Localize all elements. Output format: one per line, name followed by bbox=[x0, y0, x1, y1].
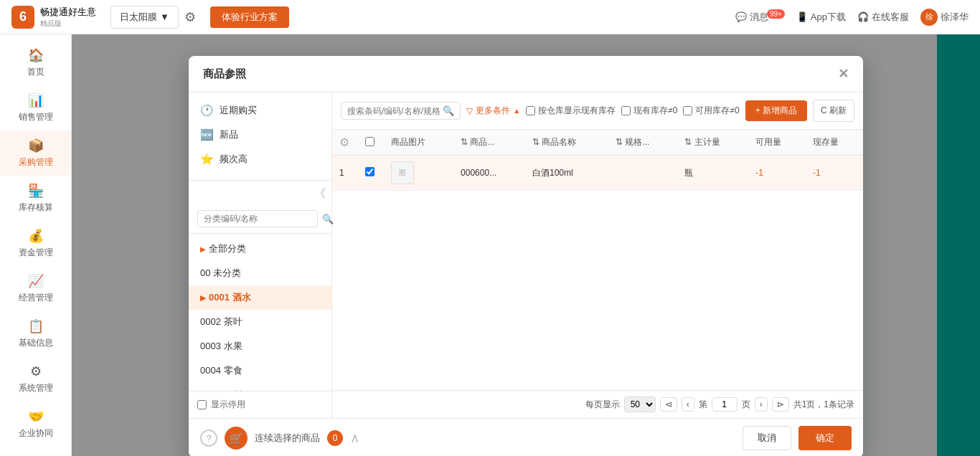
modal-left-panel: 🕐 近期购买 🆕 新品 ⭐ 频次高 bbox=[189, 92, 332, 418]
th-code[interactable]: ⇅ 商品... bbox=[453, 130, 525, 156]
sidebar-item-guide[interactable]: 📖 新手引导 bbox=[0, 447, 71, 456]
sidebar-item-basics[interactable]: 📋 基础信息 bbox=[0, 311, 71, 356]
inventory-icon: 🏪 bbox=[28, 183, 44, 199]
total-records-label: 共1页，1条记录 bbox=[793, 399, 854, 411]
category-all[interactable]: ▶ 全部分类 bbox=[189, 237, 331, 261]
sidebar-item-inventory[interactable]: 🏪 库存核算 bbox=[0, 176, 71, 221]
modal-close-button[interactable]: ✕ bbox=[838, 66, 849, 82]
sidebar-item-system[interactable]: ⚙ 系统管理 bbox=[0, 356, 71, 402]
footer-collapse-button[interactable]: ∧ bbox=[350, 430, 359, 446]
sort-icon-code: ⇅ bbox=[461, 137, 468, 147]
modal-title: 商品参照 bbox=[203, 67, 246, 81]
footer-right: 取消 确定 bbox=[743, 426, 852, 450]
sort-icon-unit: ⇅ bbox=[684, 137, 692, 147]
help-icon[interactable]: ? bbox=[200, 429, 217, 447]
category-liquor[interactable]: ▶ 0001 酒水 bbox=[189, 285, 331, 310]
pagination-row: 每页显示 50 ⊲ ‹ 第 页 › ⊳ 共1页，1条记录 bbox=[332, 390, 863, 418]
app-download-button[interactable]: 📱 App下载 bbox=[796, 11, 846, 24]
category-fruit[interactable]: 0003 水果 bbox=[189, 334, 331, 358]
confirm-button[interactable]: 确定 bbox=[798, 426, 852, 450]
product-thumbnail: 图 bbox=[391, 161, 414, 184]
table-body: 1 图 000600... 白酒100ml bbox=[332, 156, 863, 191]
warehouse-stock-checkbox-label[interactable]: 按仓库显示现有库存 bbox=[526, 105, 616, 117]
th-checkbox bbox=[358, 130, 384, 156]
modal-body: 🕐 近期购买 🆕 新品 ⭐ 频次高 bbox=[189, 92, 863, 418]
product-dropdown[interactable]: 日太阳膜 ▼ bbox=[110, 6, 179, 29]
sidebar-item-enterprise[interactable]: 🤝 企业协同 bbox=[0, 402, 71, 447]
select-all-checkbox[interactable] bbox=[365, 137, 374, 146]
sidebar-item-operations[interactable]: 📈 经营管理 bbox=[0, 266, 71, 311]
filter-button[interactable]: ▽ 更多条件 ▲ bbox=[466, 105, 520, 117]
product-search-input[interactable] bbox=[347, 106, 440, 116]
per-page-select[interactable]: 50 bbox=[624, 396, 656, 412]
th-spec[interactable]: ⇅ 规格... bbox=[608, 130, 677, 156]
category-snacks[interactable]: 0004 零食 bbox=[189, 358, 331, 383]
page-number-input[interactable] bbox=[712, 397, 738, 412]
prev-page-button[interactable]: ‹ bbox=[682, 397, 694, 412]
cell-spec bbox=[608, 156, 677, 191]
settings-icon[interactable]: ⚙ bbox=[179, 6, 202, 29]
th-image: 商品图片 bbox=[384, 130, 453, 156]
filter-icon: ▽ bbox=[466, 106, 473, 116]
user-profile-button[interactable]: 徐 徐泽华 bbox=[920, 9, 969, 26]
modal-header: 商品参照 ✕ bbox=[189, 56, 863, 92]
refresh-button[interactable]: C 刷新 bbox=[813, 100, 854, 122]
product-search-box: 🔍 bbox=[341, 102, 461, 120]
cell-index: 1 bbox=[332, 156, 358, 191]
available-stock-checkbox-label[interactable]: 可用库存≠0 bbox=[683, 105, 739, 117]
category-search-input[interactable] bbox=[197, 210, 318, 227]
sidebar-item-purchase[interactable]: 📦 采购管理 bbox=[0, 130, 71, 176]
category-uncategorized[interactable]: 00 未分类 bbox=[189, 261, 331, 285]
footer-left: ? 🛒 连续选择的商品 0 ∧ bbox=[200, 427, 359, 450]
show-disabled-label[interactable]: 显示停用 bbox=[197, 399, 323, 411]
phone-icon: 📱 bbox=[796, 11, 808, 22]
first-page-button[interactable]: ⊲ bbox=[660, 397, 677, 412]
current-stock-checkbox-label[interactable]: 现有库存≠0 bbox=[621, 105, 677, 117]
available-stock-checkbox[interactable] bbox=[683, 106, 692, 115]
category-list: ▶ 全部分类 00 未分类 ▶ 0001 酒水 0002 茶 bbox=[189, 234, 331, 391]
filter-collapse-icon: ▲ bbox=[513, 107, 520, 115]
messages-button[interactable]: 💬 消息 99+ bbox=[735, 11, 785, 24]
table-row[interactable]: 1 图 000600... 白酒100ml bbox=[332, 156, 863, 191]
cell-stock: -1 bbox=[806, 156, 863, 191]
cart-button[interactable]: 🛒 bbox=[225, 427, 248, 450]
warehouse-stock-checkbox[interactable] bbox=[526, 106, 535, 115]
frequent-item[interactable]: ⭐ 频次高 bbox=[189, 147, 331, 171]
column-settings-icon[interactable]: ⚙ bbox=[339, 136, 349, 148]
product-table: ⚙ 商品图片 bbox=[332, 130, 863, 191]
add-product-button[interactable]: + 新增商品 bbox=[745, 100, 807, 121]
cell-unit: 瓶 bbox=[677, 156, 748, 191]
current-stock-checkbox[interactable] bbox=[621, 106, 631, 115]
chevron-down-icon: ▼ bbox=[160, 11, 169, 22]
category-drinks[interactable]: 0005 饮料 bbox=[189, 383, 331, 391]
cart-icon: 🛒 bbox=[229, 432, 243, 445]
clock-icon: 🕐 bbox=[200, 104, 214, 117]
collapse-left-icon[interactable]: 《 bbox=[314, 186, 326, 201]
th-name[interactable]: ⇅ 商品名称 bbox=[525, 130, 608, 156]
system-icon: ⚙ bbox=[30, 364, 42, 379]
cell-available: -1 bbox=[748, 156, 806, 191]
show-disabled-checkbox[interactable] bbox=[197, 400, 207, 409]
basics-icon: 📋 bbox=[28, 318, 44, 334]
trial-button[interactable]: 体验行业方案 bbox=[210, 6, 289, 28]
next-page-button[interactable]: › bbox=[755, 397, 768, 412]
row-select-checkbox[interactable] bbox=[365, 167, 374, 176]
sort-icon-name: ⇅ bbox=[532, 137, 540, 147]
cancel-button[interactable]: 取消 bbox=[743, 426, 791, 450]
last-page-button[interactable]: ⊳ bbox=[772, 397, 789, 412]
cell-image: 图 bbox=[384, 156, 453, 191]
category-tea[interactable]: 0002 茶叶 bbox=[189, 310, 331, 334]
messages-badge: 99+ bbox=[767, 9, 785, 19]
sidebar-item-home[interactable]: 🏠 首页 bbox=[0, 40, 71, 85]
sidebar-item-finance[interactable]: 💰 资金管理 bbox=[0, 221, 71, 266]
th-unit[interactable]: ⇅ 主计量 bbox=[677, 130, 748, 156]
finance-icon: 💰 bbox=[28, 228, 44, 244]
sidebar-item-sales[interactable]: 📊 销售管理 bbox=[0, 85, 71, 130]
product-reference-modal: 商品参照 ✕ 🕐 近期购买 🆕 新品 bbox=[189, 56, 863, 456]
new-products-item[interactable]: 🆕 新品 bbox=[189, 123, 331, 147]
search-icon[interactable]: 🔍 bbox=[443, 105, 454, 116]
modal-quick-nav: 🕐 近期购买 🆕 新品 ⭐ 频次高 bbox=[189, 92, 331, 177]
online-service-button[interactable]: 🎧 在线客服 bbox=[857, 11, 909, 24]
modal-overlay: 商品参照 ✕ 🕐 近期购买 🆕 新品 bbox=[72, 34, 980, 456]
recent-purchase-item[interactable]: 🕐 近期购买 bbox=[189, 98, 331, 123]
